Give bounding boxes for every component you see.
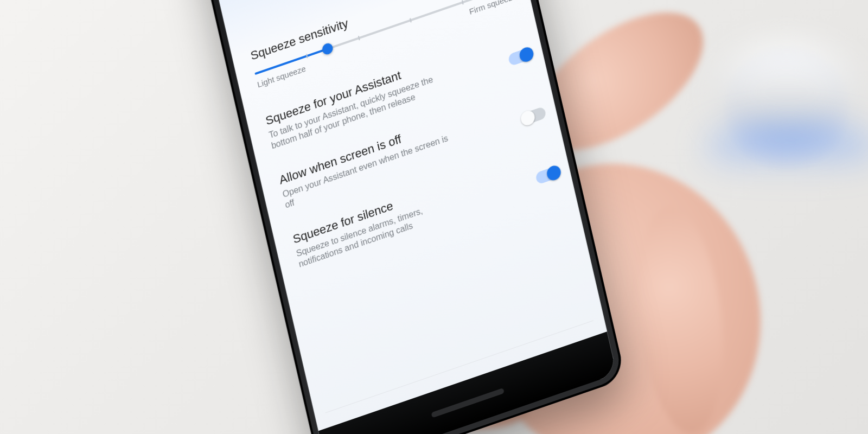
settings-list: Squeeze sensitivity Light squeeze Firm s…: [249, 0, 564, 292]
phone-frame: Squeeze sensitivity Light squeeze Firm s…: [192, 0, 626, 434]
phone-screen: Squeeze sensitivity Light squeeze Firm s…: [201, 0, 617, 434]
toggle-allow-screen-off[interactable]: [521, 106, 547, 126]
slider-max-label: Firm squeeze: [468, 0, 517, 16]
toggle-squeeze-assistant[interactable]: [508, 47, 533, 67]
photo-scene: Squeeze sensitivity Light squeeze Firm s…: [0, 0, 868, 434]
toggle-squeeze-silence[interactable]: [535, 165, 560, 185]
speaker-grille: [431, 388, 505, 418]
slider-min-label: Light squeeze: [256, 63, 307, 89]
background-glow: [705, 125, 868, 174]
